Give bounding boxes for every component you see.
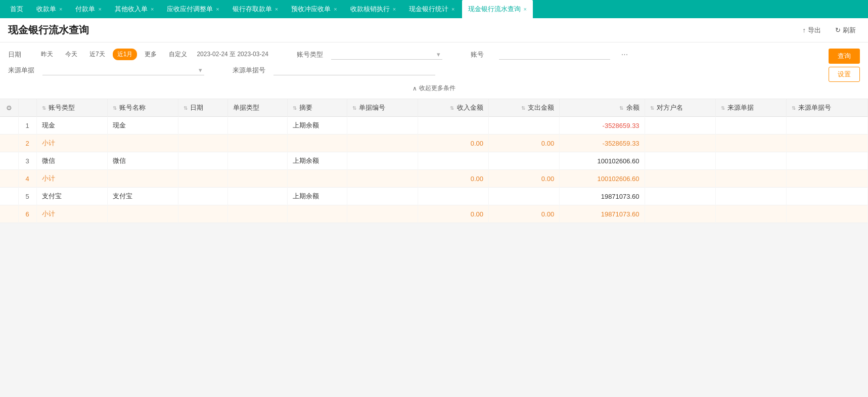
date-btn-more[interactable]: 更多 [140,49,161,60]
account-type-select[interactable]: ▾ [331,50,442,60]
nav-home[interactable]: 首页 [4,0,29,18]
account-dots-button[interactable]: ··· [618,49,631,60]
date-btn-1month[interactable]: 近1月 [113,49,138,60]
nav-tab-label-4: 银行存取款单 [233,5,272,14]
date-btn-custom[interactable]: 自定义 [164,49,192,60]
row-doc-no [347,188,418,205]
col-summary[interactable]: ⇅ 摘要 [287,99,347,117]
row-doc-type [227,152,287,170]
table-settings-icon[interactable]: ⚙ [6,104,12,112]
col-doc-type-label: 单据类型 [233,104,259,111]
row-balance: 19871073.60 [560,205,645,223]
row-doc-type [227,117,287,135]
col-counterparty[interactable]: ⇅ 对方户名 [645,99,715,117]
nav-tab-4[interactable]: 银行存取款单 × [226,0,284,18]
row-source-doc [715,117,786,135]
filter-buttons: 查询 设置 [829,49,860,82]
col-doc-no[interactable]: ⇅ 单据编号 [347,99,418,117]
nav-tab-close-8[interactable]: × [524,6,527,12]
table-row: 3 微信 微信 上期余额 100102606.60 [0,152,868,170]
nav-tab-close-5[interactable]: × [334,6,337,12]
nav-tab-close-6[interactable]: × [393,6,396,12]
collapse-up-icon: ∧ [413,85,417,92]
nav-tab-close-3[interactable]: × [216,6,219,12]
nav-tab-0[interactable]: 收款单 × [30,0,68,18]
row-income [418,188,488,205]
nav-tab-close-0[interactable]: × [59,6,62,12]
sort-icon-account-name: ⇅ [113,105,117,111]
chevron-down-icon: ▾ [437,51,440,58]
col-settings[interactable]: ⚙ [0,99,18,117]
refresh-button[interactable]: ↻ 刷新 [831,24,860,37]
date-btn-yesterday[interactable]: 昨天 [36,49,58,60]
account-input[interactable] [499,50,610,60]
refresh-label: 刷新 [843,26,856,35]
refresh-icon: ↻ [835,26,841,34]
nav-tab-1[interactable]: 付款单 × [69,0,107,18]
row-doc-type [227,135,287,152]
row-counterparty [645,170,715,188]
nav-tab-close-4[interactable]: × [275,6,278,12]
date-filter-label: 日期 [8,50,28,59]
row-date [178,117,227,135]
source-doc-no-input[interactable] [273,65,435,75]
col-source-doc-no[interactable]: ⇅ 来源单据号 [786,99,867,117]
filter-row-2: 来源单据 ▾ 来源单据号 [8,65,820,75]
nav-tab-close-1[interactable]: × [98,6,101,12]
nav-tab-close-7[interactable]: × [451,6,454,12]
table-row: 5 支付宝 支付宝 上期余额 19871073.60 [0,188,868,205]
nav-tab-6[interactable]: 收款核销执行 × [344,0,402,18]
row-income [418,152,488,170]
row-doc-type [227,188,287,205]
page-title: 现金银行流水查询 [8,23,89,37]
col-balance-label: 余额 [626,104,639,111]
col-counterparty-label: 对方户名 [657,104,683,111]
query-button[interactable]: 查询 [829,49,860,64]
row-doc-no [347,170,418,188]
sort-icon-income: ⇅ [450,105,454,111]
date-btn-7days[interactable]: 近7天 [85,49,110,60]
col-source-doc[interactable]: ⇅ 来源单据 [715,99,786,117]
page-header: 现金银行流水查询 ↑ 导出 ↻ 刷新 [0,18,868,42]
row-date [178,188,227,205]
row-account-name [107,205,178,223]
row-income: 0.00 [418,170,488,188]
row-counterparty [645,135,715,152]
col-doc-type[interactable]: 单据类型 [227,99,287,117]
export-icon: ↑ [803,26,806,34]
row-account-type: 现金 [36,117,107,135]
col-income[interactable]: ⇅ 收入金额 [418,99,488,117]
col-doc-no-label: 单据编号 [359,104,385,111]
row-counterparty [645,152,715,170]
nav-tab-7[interactable]: 现金银行统计 × [403,0,461,18]
col-balance[interactable]: ⇅ 余额 [560,99,645,117]
nav-tab-2[interactable]: 其他收入单 × [109,0,160,18]
source-doc-select[interactable]: ▾ [42,65,204,75]
export-button[interactable]: ↑ 导出 [799,24,826,37]
row-number-cell: 3 [18,152,36,170]
date-btn-today[interactable]: 今天 [61,49,82,60]
col-account-type[interactable]: ⇅ 账号类型 [36,99,107,117]
settings-button[interactable]: 设置 [829,67,860,82]
collapse-bar[interactable]: ∧ 收起更多条件 [8,82,860,95]
account-type-label: 账号类型 [297,50,323,59]
row-summary: 上期余额 [287,117,347,135]
nav-tab-5[interactable]: 预收冲应收单 × [285,0,343,18]
col-expense[interactable]: ⇅ 支出金额 [489,99,560,117]
row-source-doc-no [786,170,867,188]
row-source-doc-no [786,152,867,170]
table-row: 2 小计 0.00 0.00 -3528659.33 [0,135,868,152]
col-date[interactable]: ⇅ 日期 [178,99,227,117]
row-source-doc-no [786,205,867,223]
account-label: 账号 [471,50,491,59]
row-income [418,117,488,135]
col-account-name[interactable]: ⇅ 账号名称 [107,99,178,117]
filter-area: 日期 昨天 今天 近7天 近1月 更多 自定义 2023-02-24 至 202… [0,42,868,99]
row-balance: -3528659.33 [560,135,645,152]
nav-tab-8[interactable]: 现金银行流水查询 × [462,0,533,18]
nav-tab-close-2[interactable]: × [151,6,154,12]
row-settings-cell [0,117,18,135]
row-account-type: 小计 [36,170,107,188]
nav-tab-3[interactable]: 应收应付调整单 × [161,0,225,18]
row-settings-cell [0,188,18,205]
